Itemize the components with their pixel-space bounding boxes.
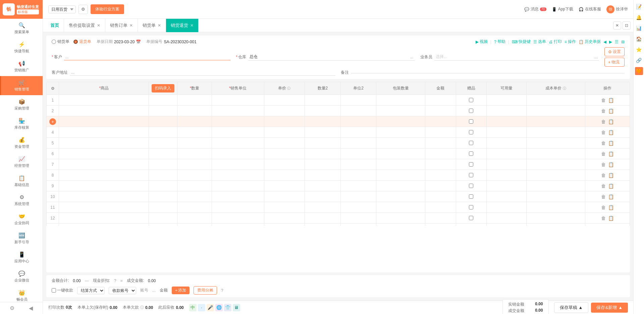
- tab-price-settings[interactable]: 售价提取设置 ✕: [64, 19, 105, 32]
- save-draft-btn[interactable]: 保存草稿 ▲: [554, 302, 589, 313]
- next-action[interactable]: ▶: [609, 40, 612, 44]
- amount-cell[interactable]: [425, 106, 456, 116]
- delete-row-btn[interactable]: 🗑: [600, 172, 606, 179]
- sales-unit-cell[interactable]: [212, 106, 264, 116]
- cost-price-cell[interactable]: [526, 170, 585, 181]
- sales-unit-cell[interactable]: [212, 127, 264, 138]
- unit-price-cell[interactable]: [264, 213, 305, 224]
- cost-price-cell[interactable]: [526, 159, 585, 170]
- fee-split-btn[interactable]: 费用分摊: [194, 286, 217, 295]
- settings-btn[interactable]: ⚙ 设置: [604, 47, 625, 56]
- unit-price-cell[interactable]: [264, 95, 305, 106]
- sales-unit-cell[interactable]: [212, 202, 264, 213]
- right-panel-icon-1[interactable]: 📝: [635, 3, 643, 11]
- copy-row-btn[interactable]: 📋: [607, 183, 614, 189]
- unit-price-cell[interactable]: [264, 116, 305, 127]
- delete-row-btn[interactable]: 🗑: [600, 183, 606, 189]
- print-action[interactable]: 🖨 打印: [549, 39, 562, 45]
- account-select[interactable]: 收款账号: [109, 287, 136, 294]
- qty2-cell[interactable]: [305, 95, 341, 106]
- qty2-cell[interactable]: [305, 159, 341, 170]
- experience-btn[interactable]: 体验行业方案: [91, 4, 124, 14]
- delete-row-btn[interactable]: 🗑: [600, 161, 606, 168]
- tab-sales-delivery[interactable]: 销货单 ✕: [138, 19, 166, 32]
- radio-return-input[interactable]: [73, 40, 78, 44]
- unit-price-cell[interactable]: [264, 181, 305, 191]
- gift-cell[interactable]: [456, 181, 487, 191]
- s-icon5[interactable]: 👕: [224, 304, 231, 311]
- sidebar-item-system[interactable]: ⚙ 系统管理: [0, 191, 43, 210]
- sidebar-item-guide[interactable]: 🆕 新手引导: [0, 229, 43, 248]
- tab-sales-return[interactable]: 销货退货 ✕: [166, 19, 199, 32]
- copy-row-btn[interactable]: 📋: [607, 193, 614, 200]
- sales-unit-cell[interactable]: [212, 181, 264, 191]
- amount-cell[interactable]: [425, 95, 456, 106]
- copy-row-btn[interactable]: 📋: [607, 161, 614, 168]
- calc-method-select[interactable]: 结算方式: [77, 287, 105, 294]
- qty-cell[interactable]: [177, 148, 212, 159]
- radio-return[interactable]: 退货单: [73, 39, 91, 45]
- qty-cell[interactable]: [177, 106, 212, 116]
- copy-row-btn[interactable]: 📋: [607, 172, 614, 179]
- qty-cell[interactable]: [177, 202, 212, 213]
- cost-price-cell[interactable]: [526, 213, 585, 224]
- sales-unit-cell[interactable]: [212, 138, 264, 148]
- one-click-payment-input[interactable]: [52, 288, 56, 293]
- amount-cell[interactable]: [425, 138, 456, 148]
- delete-row-btn[interactable]: 🗑: [600, 108, 606, 114]
- pkg-qty-cell[interactable]: [376, 106, 425, 116]
- sidebar-item-search[interactable]: 🔍 搜索菜单: [0, 19, 43, 38]
- sales-unit-cell[interactable]: [212, 148, 264, 159]
- qty-cell[interactable]: [177, 213, 212, 224]
- notification-item[interactable]: 💬 消息 70: [524, 6, 546, 12]
- gift-cell[interactable]: [456, 213, 487, 224]
- pkg-qty-cell[interactable]: [376, 127, 425, 138]
- qty2-cell[interactable]: [305, 138, 341, 148]
- product-cell[interactable]: [59, 148, 149, 159]
- available-cell[interactable]: [487, 148, 527, 159]
- product-cell[interactable]: [59, 138, 149, 148]
- unit-price-cell[interactable]: [264, 148, 305, 159]
- sidebar-item-operation[interactable]: 📈 经营管理: [0, 152, 43, 172]
- operate-action[interactable]: ≡ 操作: [565, 39, 576, 45]
- sidebar-item-enterprise[interactable]: 🤝 企业协同: [0, 210, 43, 229]
- gift-checkbox[interactable]: [469, 141, 473, 145]
- s-icon2[interactable]: ·: [198, 304, 205, 311]
- qty2-cell[interactable]: [305, 127, 341, 138]
- gift-checkbox[interactable]: [469, 109, 473, 113]
- qty-cell[interactable]: [177, 181, 212, 191]
- copy-row-btn[interactable]: 📋: [607, 215, 614, 222]
- tab-home[interactable]: 首页: [46, 19, 64, 32]
- amount-cell[interactable]: [425, 191, 456, 202]
- qty2-cell[interactable]: [305, 106, 341, 116]
- shortcut-action[interactable]: ⌨ 快捷键: [512, 39, 531, 45]
- available-cell[interactable]: [487, 95, 527, 106]
- right-panel-icon-2[interactable]: 🔔: [635, 13, 643, 21]
- pkg-qty-cell[interactable]: [376, 224, 425, 226]
- date-value[interactable]: 2023-03-20: [114, 40, 135, 44]
- amount-cell[interactable]: [425, 224, 456, 226]
- product-cell[interactable]: [59, 224, 149, 226]
- product-cell[interactable]: [59, 159, 149, 170]
- tab-layout-btn[interactable]: ⊡: [623, 21, 631, 29]
- sidebar-item-basic[interactable]: 📋 基础信息: [0, 172, 43, 191]
- gift-cell[interactable]: [456, 106, 487, 116]
- th-settings[interactable]: ⚙: [47, 82, 59, 95]
- available-cell[interactable]: [487, 106, 527, 116]
- qty2-cell[interactable]: [305, 202, 341, 213]
- gift-checkbox[interactable]: [469, 184, 473, 188]
- delete-row-btn[interactable]: 🗑: [600, 215, 606, 222]
- cost-price-cell[interactable]: [526, 127, 585, 138]
- amount-cell[interactable]: [425, 127, 456, 138]
- sales-unit-cell[interactable]: [212, 224, 264, 226]
- sidebar-item-wechat[interactable]: 💬 企业微信: [0, 267, 43, 286]
- available-cell[interactable]: [487, 159, 527, 170]
- sidebar-item-app[interactable]: 📱 应用中心: [0, 248, 43, 267]
- unit2-cell[interactable]: [340, 159, 376, 170]
- delete-row-btn[interactable]: 🗑: [600, 118, 606, 125]
- unit2-cell[interactable]: [340, 95, 376, 106]
- address-input[interactable]: ...: [70, 69, 335, 76]
- qty-cell[interactable]: [177, 116, 212, 127]
- gift-cell[interactable]: [456, 159, 487, 170]
- qty2-cell[interactable]: [305, 170, 341, 181]
